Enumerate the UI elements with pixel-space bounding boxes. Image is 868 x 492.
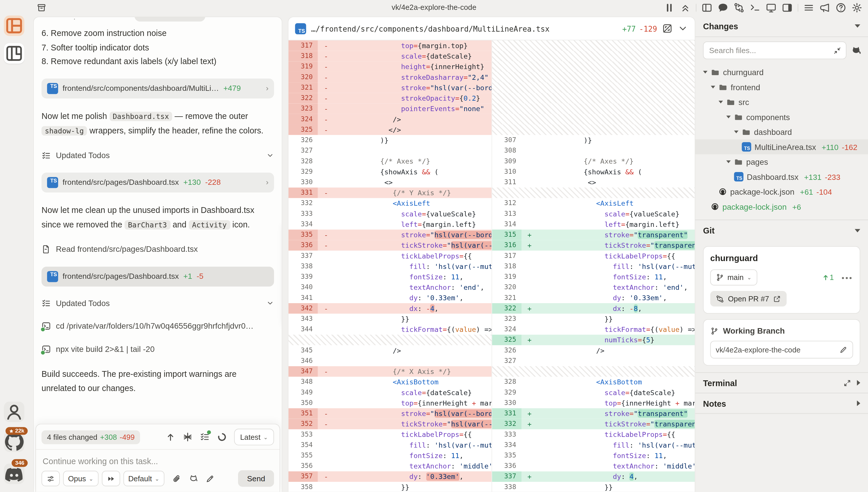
edit-pencil-icon[interactable] <box>839 345 848 354</box>
diff-line[interactable]: 350 top={innerHeight + margin.top} <box>288 398 491 408</box>
diff-line[interactable]: 351- stroke="hsl(var(--border))" <box>288 408 491 419</box>
tree-item-package-lock-json[interactable]: package-lock.json+6 <box>695 199 868 214</box>
files-changed-chip[interactable]: 4 files changed +308 -499 <box>42 430 140 444</box>
pause-icon[interactable] <box>664 2 675 13</box>
diff-line[interactable] <box>491 124 695 135</box>
diff-line[interactable]: 337+ dy: 4, <box>491 471 695 482</box>
diff-line[interactable] <box>491 114 695 124</box>
attach-icon[interactable] <box>172 474 182 483</box>
tree-item-package-lock-json[interactable]: package-lock.json+61-104 <box>695 184 868 199</box>
diff-line[interactable]: 348 <AxisBottom <box>288 377 491 387</box>
diff-body[interactable]: 317- top={margin.top}318- scale={dateSca… <box>288 40 695 492</box>
diff-line[interactable]: 328 {/* Axes */} <box>288 156 491 167</box>
diff-line[interactable]: 342- dx: -4, <box>288 303 491 314</box>
diff-line[interactable]: 357- dy: '0.33em', <box>288 471 491 482</box>
cat-icon[interactable] <box>851 45 861 55</box>
collapse-up-icon[interactable] <box>680 2 691 13</box>
diff-line[interactable]: 322- strokeOpacity={0.2} <box>288 93 491 103</box>
diff-line[interactable]: 309 {/* Axes */} <box>491 156 695 167</box>
diff-line[interactable]: 338 }} <box>491 482 695 492</box>
more-options-button[interactable]: ••• <box>842 273 853 282</box>
diff-line[interactable]: 315+ stroke="transparent" <box>491 229 695 240</box>
tree-item-churnguard[interactable]: churnguard <box>695 65 868 79</box>
sidebar-item-github[interactable]: 22k <box>4 432 24 452</box>
diff-line[interactable]: 324 tickFormat={(value) => <box>491 324 695 335</box>
tree-item-components[interactable]: components <box>695 110 868 124</box>
diff-line[interactable] <box>491 82 695 93</box>
chat-bubble-icon[interactable] <box>717 2 728 13</box>
sidebar-item-account[interactable] <box>4 401 24 422</box>
diff-line[interactable]: 308 <box>491 146 695 156</box>
caret-down-icon[interactable] <box>719 101 723 103</box>
diff-line[interactable]: 325- </> <box>288 124 491 135</box>
diff-line[interactable]: 333 scale={valueScale} <box>288 208 491 219</box>
monitor-icon[interactable] <box>766 2 777 13</box>
diff-line[interactable]: 317- top={margin.top} <box>288 40 491 51</box>
latest-dropdown[interactable]: Latest⌄ <box>234 429 274 445</box>
diff-line[interactable]: 323 }} <box>491 314 695 324</box>
tree-item-dashboard[interactable]: dashboard <box>695 124 868 139</box>
read-file-row[interactable]: Read frontend/src/pages/Dashboard.tsx <box>42 242 274 256</box>
updated-todos-row[interactable]: Updated Todos <box>42 296 274 311</box>
diff-line[interactable]: 347- {/* X Axis */} <box>288 366 491 376</box>
file-chip-dashboard-1[interactable]: TS frontend/src/pages/Dashboard.tsx +130… <box>42 173 274 193</box>
collapse-tree-icon[interactable] <box>833 46 842 54</box>
terminal-command-row[interactable]: npx vite build 2>&1 | tail -20 <box>42 342 274 356</box>
diff-line[interactable] <box>491 62 695 72</box>
diff-line[interactable]: 332 <AxisLeft <box>288 198 491 208</box>
diff-line[interactable]: 333 tickLabelProps={{ <box>491 429 695 440</box>
sidebar-item-discord[interactable]: 346 <box>4 464 24 484</box>
tree-item-dashboard-tsx[interactable]: TSDashboard.tsx+131-233 <box>695 169 868 184</box>
sidebar-item-board[interactable] <box>4 43 24 64</box>
settings-gear-icon[interactable] <box>851 2 863 13</box>
changes-section-header[interactable]: Changes <box>695 16 868 36</box>
diff-line[interactable]: 340 textAnchor: 'end', <box>288 282 491 293</box>
diff-line[interactable]: 316+ tickStroke="transparent" <box>491 240 695 251</box>
diff-line[interactable]: 354 fill: 'hsl(var(--muted-foreground))'… <box>288 440 491 450</box>
menu-icon[interactable] <box>803 2 814 13</box>
tree-item-pages[interactable]: pages <box>695 154 868 169</box>
diff-line[interactable]: 338 fill: 'hsl(var(--muted-foreground))'… <box>288 261 491 272</box>
diff-line[interactable] <box>491 366 695 376</box>
diff-line[interactable]: 330 top={innerHeight + margin.top} <box>491 398 695 408</box>
diff-line[interactable]: 335- stroke="hsl(var(--border))" <box>288 229 491 240</box>
help-icon[interactable] <box>836 2 846 13</box>
open-pr-button[interactable]: Open PR #7 <box>710 291 787 306</box>
diff-line[interactable]: 346 <box>288 356 491 366</box>
send-button[interactable]: Send <box>238 470 274 487</box>
diff-line[interactable] <box>288 335 491 345</box>
diff-line[interactable]: 310 {showAxis && ( <box>491 167 695 177</box>
tree-item-src[interactable]: src <box>695 95 868 109</box>
diff-line[interactable]: 352- tickStroke="hsl(var(--border))" <box>288 419 491 429</box>
megaphone-icon[interactable] <box>819 2 830 13</box>
model-dropdown[interactable]: Opus⌄ <box>63 471 98 486</box>
message-input[interactable]: Continue working on this task... <box>36 450 280 466</box>
diff-line[interactable]: 331- {/* Y Axis */} <box>288 188 491 198</box>
file-chip-multilinearea[interactable]: TS frontend/src/components/dashboard/Mul… <box>42 78 274 98</box>
diff-line[interactable]: 318 fill: 'hsl(var(--muted-foreground))'… <box>491 261 695 272</box>
diff-line[interactable]: 343 }} <box>288 314 491 324</box>
diff-line[interactable]: 321 dy: '0.33em', <box>491 293 695 303</box>
diff-line[interactable]: 329 {showAxis && ( <box>288 167 491 177</box>
diff-line[interactable] <box>491 51 695 61</box>
git-compare-icon[interactable] <box>734 2 745 13</box>
spark-icon[interactable] <box>183 432 192 442</box>
diff-line[interactable]: 345 /> <box>288 345 491 356</box>
diff-line[interactable]: 312 <AxisLeft <box>491 198 695 208</box>
file-chip-dashboard-2[interactable]: TS frontend/src/pages/Dashboard.tsx +1 -… <box>42 266 274 286</box>
diff-line[interactable] <box>491 72 695 82</box>
caret-down-icon[interactable] <box>703 71 707 74</box>
todos-icon[interactable] <box>200 432 210 442</box>
chevron-down-icon[interactable] <box>678 23 688 34</box>
diff-line[interactable]: 341 dy: '0.33em', <box>288 293 491 303</box>
diff-line[interactable]: 329 scale={dateScale} <box>491 387 695 398</box>
diff-line[interactable]: 334 fill: 'hsl(var(--muted-foreground))'… <box>491 440 695 450</box>
diff-line[interactable]: 326 /> <box>491 345 695 356</box>
panel-right-icon[interactable] <box>782 2 793 13</box>
caret-down-icon[interactable] <box>734 130 738 133</box>
diff-line[interactable]: 314 left={margin.left} <box>491 219 695 229</box>
diff-line[interactable]: 337 tickLabelProps={{ <box>288 251 491 261</box>
panel-left-icon[interactable] <box>701 2 712 13</box>
diff-line[interactable]: 320 textAnchor: 'end', <box>491 282 695 293</box>
diff-line[interactable]: 326 )} <box>288 135 491 145</box>
